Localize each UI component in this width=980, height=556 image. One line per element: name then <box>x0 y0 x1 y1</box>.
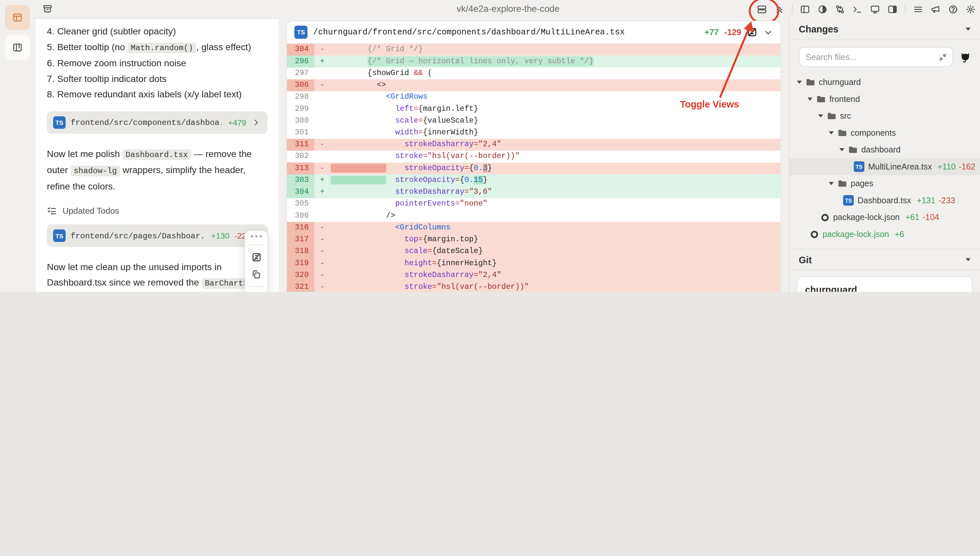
chevron-down-icon[interactable] <box>763 27 773 37</box>
checklist-icon <box>47 205 57 216</box>
diff-row[interactable]: 306 /> <box>287 210 780 222</box>
contrast-icon[interactable] <box>817 4 828 15</box>
diff-row[interactable]: 313- strokeOpacity={0.3} <box>287 163 780 175</box>
assistant-list: 4. Cleaner grid (subtler opacity)5. Bett… <box>47 24 268 102</box>
search-files-input[interactable]: Search files... <box>799 47 953 67</box>
diff-row[interactable]: 302 stroke="hsl(var(--border))" <box>287 151 780 163</box>
line-number: 304 <box>287 186 314 198</box>
line-number: 306 <box>287 79 314 91</box>
terminal-icon[interactable] <box>852 4 863 15</box>
added-count: +479 <box>228 118 246 127</box>
toggle-views-annotation: Toggle Views <box>680 99 739 109</box>
diff-row[interactable]: 318- scale={dateScale} <box>287 246 780 257</box>
cat-icon[interactable] <box>959 51 971 63</box>
code-line: top={margin.top} <box>331 234 781 246</box>
archive-icon[interactable] <box>43 3 53 14</box>
file-path: frontend/src/pages/Dashboar... <box>71 231 205 241</box>
assistant-paragraph: Now let me polish Dashboard.tsx — remove… <box>47 146 268 194</box>
file-path: frontend/src/components/dashboa... <box>71 118 221 127</box>
diff-sign <box>314 68 331 79</box>
chevron-down-icon <box>829 131 834 134</box>
code-line: <> <box>331 79 781 91</box>
diff-sign: + <box>314 56 331 68</box>
line-number: 306 <box>287 210 314 222</box>
prompt-icon[interactable] <box>251 252 262 262</box>
tree-folder-dashboard[interactable]: dashboard <box>789 141 980 158</box>
file-change-chip[interactable]: TSfrontend/src/pages/Dashboar...+130-22 <box>47 225 268 247</box>
code-line: stroke="hsl(var(--border))" <box>331 281 781 291</box>
line-number: 304 <box>287 44 314 55</box>
folder-icon <box>827 111 836 121</box>
copy-icon[interactable] <box>251 270 262 280</box>
layout-view-button[interactable] <box>5 5 30 30</box>
code-line: {/* Grid */} <box>331 44 781 55</box>
list-item: 4. Cleaner grid (subtler opacity) <box>47 24 268 39</box>
diff-row[interactable]: 321- stroke="hsl(var(--border))" <box>287 281 780 291</box>
inline-diff-toggle-icon[interactable] <box>747 27 757 37</box>
tree-folder-src[interactable]: src <box>789 108 980 124</box>
tree-folder-pages[interactable]: pages <box>789 175 980 192</box>
panel-left-icon[interactable] <box>800 4 810 15</box>
tree-label: dashboard <box>861 145 901 154</box>
file-change-chip[interactable]: TSfrontend/src/components/dashboa...+479 <box>47 111 268 134</box>
code-line: strokeOpacity={0.3} <box>331 163 781 175</box>
code-line: scale={dateScale} <box>331 246 781 257</box>
updated-todos-row[interactable]: Updated Todos <box>47 205 268 216</box>
chevron-right-icon <box>251 117 262 128</box>
git-title: Git <box>799 254 812 265</box>
help-icon[interactable] <box>948 4 958 15</box>
list-item: 6. Remove zoom instruction noise <box>47 56 268 71</box>
tree-label: churnguard <box>819 78 861 87</box>
assistant-paragraph: Now let me clean up the unused imports i… <box>47 259 268 291</box>
tree-folder-frontend[interactable]: frontend <box>789 91 980 108</box>
tree-file-package-lock.json[interactable]: package-lock.json+6 <box>789 226 980 242</box>
diff-row[interactable]: 316- <GridColumns <box>287 222 780 234</box>
file-tree: churnguardfrontendsrccomponentsdashboard… <box>789 73 980 249</box>
megaphone-icon[interactable] <box>930 4 941 15</box>
changes-section-header[interactable]: Changes <box>789 19 980 40</box>
diff-row[interactable]: 306- <> <box>287 79 780 91</box>
menu-icon[interactable] <box>913 4 923 15</box>
tree-label: package-lock.json <box>833 212 900 222</box>
diff-row[interactable]: 319- height={innerHeight} <box>287 258 780 270</box>
tree-file-Dashboard.tsx[interactable]: TSDashboard.tsx+131-233 <box>789 192 980 208</box>
diff-row[interactable]: 301 width={innerWidth} <box>287 127 780 139</box>
diff-row[interactable]: 317- top={margin.top} <box>287 234 780 246</box>
diff-row[interactable]: 304+ strokeDasharray="3,6" <box>287 186 780 198</box>
diff-file-path: /churnguard/frontend/src/components/dash… <box>313 27 625 37</box>
chat-panel: 4. Cleaner grid (subtler opacity)5. Bett… <box>36 19 279 291</box>
gear-icon[interactable] <box>965 4 976 15</box>
line-number: 299 <box>287 103 314 115</box>
panel-right-icon[interactable] <box>888 4 898 15</box>
line-number: 302 <box>287 151 314 163</box>
tree-folder-components[interactable]: components <box>789 124 980 141</box>
kanban-view-button[interactable] <box>5 35 30 60</box>
tree-label: src <box>840 111 851 121</box>
collapse-icon[interactable] <box>938 52 948 62</box>
code-line: strokeDasharray="2,4" <box>331 270 781 281</box>
tree-file-MultiLineArea.tsx[interactable]: TSMultiLineArea.tsx+110-162 <box>789 158 980 175</box>
code-line: strokeOpacity={0.15} <box>331 175 781 186</box>
code-line: <GridColumns <box>331 222 781 234</box>
diff-row[interactable]: 300 scale={valueScale} <box>287 115 780 127</box>
diff-row[interactable]: 320- strokeDasharray="2,4" <box>287 270 780 281</box>
diff-row[interactable]: 303+ strokeOpacity={0.15} <box>287 175 780 186</box>
monitor-icon[interactable] <box>870 4 880 15</box>
right-sidebar: Changes Search files... churnguardfronte… <box>789 19 980 291</box>
diff-row[interactable]: 304- {/* Grid */} <box>287 44 780 55</box>
list-item: 7. Softer tooltip indicator dots <box>47 71 268 87</box>
folder-icon <box>848 145 858 154</box>
git-compare-icon[interactable] <box>835 4 845 15</box>
diff-row[interactable]: 297 {showGrid && ( <box>287 68 780 79</box>
git-section-header[interactable]: Git <box>789 249 980 270</box>
tree-folder-churnguard[interactable]: churnguard <box>789 74 980 91</box>
diff-row[interactable]: 305 pointerEvents="none" <box>287 198 780 210</box>
chevron-down-icon <box>965 258 970 261</box>
drag-handle[interactable] <box>251 235 262 238</box>
tree-file-package-lock.json[interactable]: package-lock.json+61-104 <box>789 209 980 226</box>
diff-row[interactable]: 296+ {/* Grid — horizontal lines only, v… <box>287 56 780 68</box>
diff-row[interactable]: 311- strokeDasharray="2,4" <box>287 139 780 150</box>
rows-icon[interactable] <box>757 4 767 15</box>
toolbar-separator <box>792 4 793 15</box>
inline-code: Dashboard.tsx <box>123 149 191 160</box>
